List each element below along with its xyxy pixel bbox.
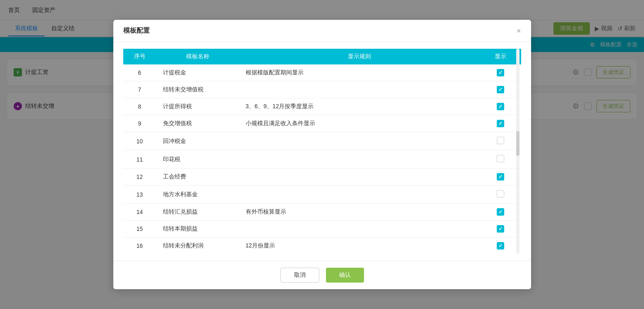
cell-id: 14 xyxy=(123,204,156,221)
row-checkbox-8[interactable] xyxy=(497,103,504,110)
col-header-id: 序号 xyxy=(123,49,156,64)
cell-name: 结转未分配利润 xyxy=(156,238,239,254)
cell-id: 12 xyxy=(123,169,156,185)
modal-overlay: 模板配置 × 序号 模板名称 显示规则 显示 6计提税金根据模版配置期间显 xyxy=(0,0,644,309)
modal-close-button[interactable]: × xyxy=(517,27,521,35)
table-row: 8计提所得税3、6、9、12月按季度显示 xyxy=(123,98,521,115)
scrollbar-track[interactable] xyxy=(516,49,520,254)
cell-checkbox xyxy=(480,150,521,169)
row-checkbox-12[interactable] xyxy=(497,173,504,181)
cell-checkbox xyxy=(480,204,521,221)
cell-checkbox xyxy=(480,238,521,254)
col-header-display: 显示 xyxy=(480,49,521,64)
cell-id: 7 xyxy=(123,81,156,98)
row-checkbox-6[interactable] xyxy=(497,69,504,76)
cell-name: 回冲税金 xyxy=(156,132,239,150)
modal-body: 序号 模板名称 显示规则 显示 6计提税金根据模版配置期间显示7结转未交增值税8… xyxy=(113,42,531,261)
cell-rule: 3、6、9、12月按季度显示 xyxy=(239,98,480,115)
cell-id: 8 xyxy=(123,98,156,115)
row-checkbox-11[interactable] xyxy=(497,155,504,162)
table-row: 7结转未交增值税 xyxy=(123,81,521,98)
cell-rule xyxy=(239,185,480,204)
cell-checkbox xyxy=(480,169,521,185)
cell-name: 计提所得税 xyxy=(156,98,239,115)
cell-checkbox xyxy=(480,64,521,81)
scrollbar-thumb[interactable] xyxy=(516,131,520,156)
cell-id: 13 xyxy=(123,185,156,204)
col-header-rule: 显示规则 xyxy=(239,49,480,64)
table-row: 16结转未分配利润12月份显示 xyxy=(123,238,521,254)
cell-id: 11 xyxy=(123,150,156,169)
table-row: 12工会经费 xyxy=(123,169,521,185)
table-head: 序号 模板名称 显示规则 显示 xyxy=(123,49,521,64)
cell-name: 结转汇兑损益 xyxy=(156,204,239,221)
cell-rule: 小规模且满足收入条件显示 xyxy=(239,115,480,132)
cell-id: 15 xyxy=(123,221,156,238)
cell-checkbox xyxy=(480,221,521,238)
cell-id: 16 xyxy=(123,238,156,254)
row-checkbox-16[interactable] xyxy=(497,242,504,250)
cell-checkbox xyxy=(480,115,521,132)
cell-checkbox xyxy=(480,81,521,98)
modal-footer: 取消 确认 xyxy=(113,261,531,289)
cell-rule: 根据模版配置期间显示 xyxy=(239,64,480,81)
table-row: 13地方水利基金 xyxy=(123,185,521,204)
row-checkbox-15[interactable] xyxy=(497,225,504,233)
row-checkbox-9[interactable] xyxy=(497,120,504,127)
table-row: 9免交增值税小规模且满足收入条件显示 xyxy=(123,115,521,132)
modal-title: 模板配置 xyxy=(123,26,150,35)
cell-rule xyxy=(239,169,480,185)
modal-template-config: 模板配置 × 序号 模板名称 显示规则 显示 6计提税金根据模版配置期间显 xyxy=(113,20,531,289)
cell-name: 结转本期损益 xyxy=(156,221,239,238)
table-row: 15结转本期损益 xyxy=(123,221,521,238)
row-checkbox-7[interactable] xyxy=(497,86,504,93)
cell-checkbox xyxy=(480,185,521,204)
row-checkbox-13[interactable] xyxy=(497,190,504,197)
cell-rule: 12月份显示 xyxy=(239,238,480,254)
cell-name: 工会经费 xyxy=(156,169,239,185)
cell-rule xyxy=(239,81,480,98)
confirm-button[interactable]: 确认 xyxy=(326,268,364,283)
cell-rule xyxy=(239,221,480,238)
table-row: 14结转汇兑损益有外币核算显示 xyxy=(123,204,521,221)
table-body: 6计提税金根据模版配置期间显示7结转未交增值税8计提所得税3、6、9、12月按季… xyxy=(123,64,521,254)
config-table: 序号 模板名称 显示规则 显示 6计提税金根据模版配置期间显示7结转未交增值税8… xyxy=(123,49,521,254)
col-header-name: 模板名称 xyxy=(156,49,239,64)
cell-name: 印花税 xyxy=(156,150,239,169)
cell-id: 6 xyxy=(123,64,156,81)
table-row: 10回冲税金 xyxy=(123,132,521,150)
cell-id: 10 xyxy=(123,132,156,150)
row-checkbox-10[interactable] xyxy=(497,137,504,144)
cell-name: 免交增值税 xyxy=(156,115,239,132)
cell-rule xyxy=(239,132,480,150)
table-row: 11印花税 xyxy=(123,150,521,169)
cell-rule: 有外币核算显示 xyxy=(239,204,480,221)
cell-name: 结转未交增值税 xyxy=(156,81,239,98)
table-wrapper: 序号 模板名称 显示规则 显示 6计提税金根据模版配置期间显示7结转未交增值税8… xyxy=(123,49,521,254)
cell-name: 地方水利基金 xyxy=(156,185,239,204)
cell-checkbox xyxy=(480,98,521,115)
row-checkbox-14[interactable] xyxy=(497,208,504,216)
cell-id: 9 xyxy=(123,115,156,132)
modal-header: 模板配置 × xyxy=(113,20,531,42)
table-row: 6计提税金根据模版配置期间显示 xyxy=(123,64,521,81)
cell-name: 计提税金 xyxy=(156,64,239,81)
cell-checkbox xyxy=(480,132,521,150)
cell-rule xyxy=(239,150,480,169)
cancel-button[interactable]: 取消 xyxy=(280,268,319,283)
